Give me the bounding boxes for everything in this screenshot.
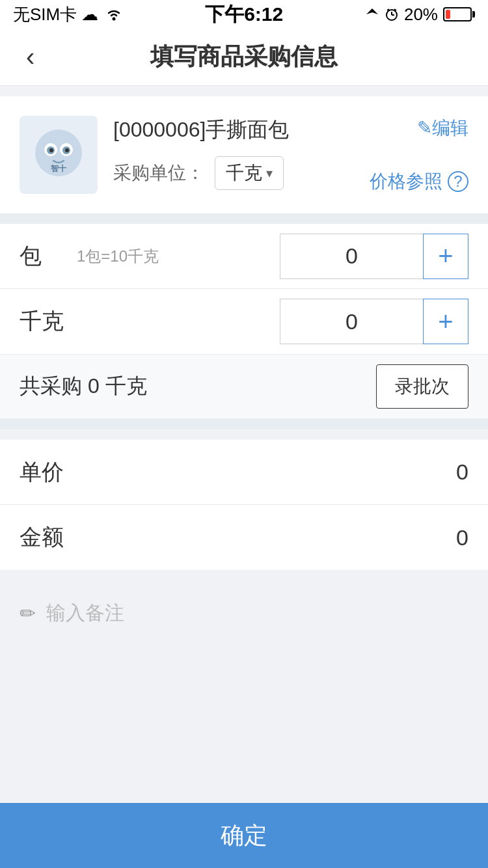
help-icon[interactable]: ? — [448, 171, 468, 192]
status-bar: 无SIM卡 ☁ 下午6:12 20% — [0, 0, 488, 29]
total-row: 共采购 0 千克 录批次 — [0, 354, 488, 419]
kg-quantity-input[interactable] — [280, 299, 423, 344]
bao-plus-button[interactable]: + — [423, 234, 468, 279]
status-bar-right: 20% — [365, 5, 475, 25]
bao-label: 包 — [20, 241, 72, 271]
bao-sub-label: 1包=10千克 — [77, 246, 159, 267]
price-row: 单价 0 — [0, 440, 488, 505]
unit-label: 采购单位： — [113, 161, 204, 185]
battery-percent: 20% — [404, 5, 438, 25]
amount-value: 0 — [456, 525, 468, 550]
unit-select[interactable]: 千克 ▾ — [215, 156, 284, 190]
kg-input-row: 千克 + — [0, 289, 488, 354]
svg-text:智十: 智十 — [50, 164, 67, 173]
price-label: 单价 — [20, 457, 64, 487]
bao-input-right: + — [280, 234, 468, 279]
separator-2 — [0, 419, 488, 429]
nav-bar: ‹ 填写商品采购信息 — [0, 29, 488, 86]
product-name: [0000006]手撕面包 — [113, 116, 468, 144]
page-title: 填写商品采购信息 — [150, 41, 338, 73]
total-label: 共采购 0 千克 — [20, 372, 147, 401]
sim-label: 无SIM卡 ☁ — [13, 3, 98, 26]
price-ref-label: 价格参照 — [370, 169, 442, 194]
note-section[interactable]: ✏ 输入备注 — [0, 580, 488, 646]
record-batch-button[interactable]: 录批次 — [376, 364, 468, 409]
amount-row: 金额 0 — [0, 505, 488, 570]
svg-point-0 — [113, 18, 116, 21]
confirm-button[interactable]: 确定 — [0, 803, 488, 868]
svg-point-11 — [49, 148, 53, 152]
product-card: 智十 [0000006]手撕面包 采购单位： 千克 ▾ ✎编辑 价格参照 ? — [0, 96, 488, 213]
price-value: 0 — [456, 459, 468, 485]
edit-button[interactable]: ✎编辑 — [417, 116, 468, 141]
unit-value: 千克 — [226, 161, 262, 185]
detail-section: 单价 0 金额 0 — [0, 440, 488, 570]
note-placeholder: 输入备注 — [46, 600, 124, 627]
status-bar-time: 下午6:12 — [205, 1, 283, 28]
price-ref-button[interactable]: 价格参照 ? — [370, 169, 468, 194]
wifi-icon — [105, 8, 123, 21]
location-icon — [365, 7, 379, 21]
bao-quantity-input[interactable] — [280, 234, 423, 279]
svg-point-12 — [65, 148, 69, 152]
separator-1 — [0, 213, 488, 224]
battery-icon — [443, 7, 475, 21]
status-bar-left: 无SIM卡 ☁ — [13, 3, 123, 26]
bao-input-row: 包 1包=10千克 + — [0, 224, 488, 289]
kg-plus-button[interactable]: + — [423, 299, 468, 344]
input-section: 包 1包=10千克 + 千克 + — [0, 224, 488, 354]
kg-input-right: + — [280, 299, 468, 344]
product-thumbnail: 智十 — [20, 116, 98, 194]
alarm-icon — [385, 7, 399, 21]
confirm-label: 确定 — [221, 820, 267, 852]
product-logo: 智十 — [33, 127, 85, 183]
chevron-down-icon: ▾ — [266, 165, 273, 181]
back-button[interactable]: ‹ — [20, 36, 41, 78]
pencil-icon: ✏ — [20, 602, 36, 625]
amount-label: 金额 — [20, 522, 64, 552]
kg-label: 千克 — [20, 306, 72, 336]
